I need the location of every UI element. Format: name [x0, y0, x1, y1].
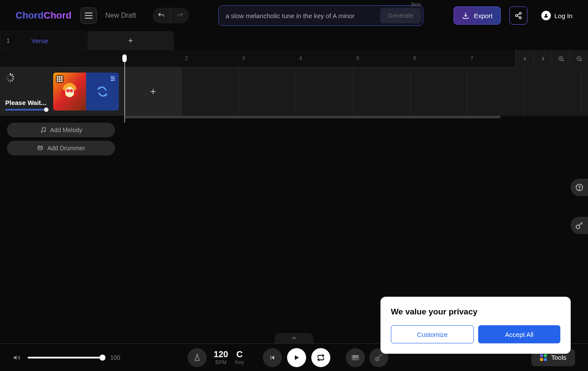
- ruler-controls: [515, 50, 588, 67]
- prev-section-button[interactable]: [515, 50, 534, 67]
- piano-button[interactable]: [346, 348, 365, 367]
- tab-verse[interactable]: 1 Verse: [0, 31, 86, 50]
- skip-back-icon: [269, 355, 275, 361]
- svg-line-22: [7, 79, 8, 79]
- svg-line-4: [518, 16, 520, 17]
- svg-rect-30: [62, 90, 65, 97]
- add-tab-button[interactable]: [87, 31, 174, 50]
- loop-icon: [317, 354, 325, 361]
- svg-point-40: [41, 131, 42, 133]
- play-button[interactable]: [287, 348, 306, 367]
- svg-marker-51: [272, 355, 275, 359]
- track-sidebar: Please Wait...: [0, 67, 125, 116]
- loop-button[interactable]: [311, 348, 330, 367]
- chevron-right-icon: [540, 56, 546, 62]
- redo-icon: [176, 12, 184, 19]
- track-settings-button[interactable]: [109, 75, 116, 84]
- grid-line: [467, 67, 467, 116]
- prompt-box: Generate: [218, 5, 423, 26]
- key-button[interactable]: [571, 217, 588, 234]
- melody-icon: [40, 127, 47, 133]
- track-regenerate-panel[interactable]: [86, 73, 119, 111]
- svg-rect-31: [74, 90, 77, 97]
- add-melody-button[interactable]: Add Melody: [7, 123, 115, 137]
- drum-icon: [37, 145, 44, 152]
- next-section-button[interactable]: [534, 50, 552, 67]
- track-thumbnail[interactable]: [53, 73, 86, 111]
- horizontal-scrollbar[interactable]: [0, 116, 588, 118]
- svg-point-37: [112, 80, 113, 81]
- scrollbar-thumb[interactable]: [125, 116, 501, 118]
- undo-icon: [157, 12, 165, 19]
- loading-section: Please Wait...: [5, 73, 49, 111]
- key-label: Key: [235, 359, 244, 365]
- grid-line: [353, 67, 353, 116]
- share-button[interactable]: [509, 6, 527, 25]
- volume-icon[interactable]: [13, 354, 21, 361]
- logo-part1: Chord: [16, 10, 44, 21]
- user-icon: [541, 11, 551, 20]
- playhead-handle[interactable]: [122, 54, 127, 62]
- svg-point-2: [520, 17, 522, 19]
- volume-handle[interactable]: [99, 355, 105, 361]
- refresh-icon: [96, 86, 109, 98]
- zoom-in-button[interactable]: [552, 50, 570, 67]
- zoom-out-button[interactable]: [570, 50, 588, 67]
- prompt-input[interactable]: [226, 12, 380, 19]
- add-melody-label: Add Melody: [50, 127, 82, 133]
- track-row: Please Wait...: [0, 67, 588, 116]
- svg-point-35: [112, 76, 113, 78]
- playhead[interactable]: [125, 54, 127, 123]
- svg-point-36: [113, 78, 115, 79]
- svg-line-24: [8, 74, 9, 76]
- menu-button[interactable]: [80, 7, 97, 24]
- tab-number: 1: [6, 37, 10, 44]
- ruler-mark: 7: [470, 55, 473, 61]
- svg-line-23: [7, 76, 8, 77]
- volume-slider[interactable]: [28, 357, 103, 358]
- draft-title[interactable]: New Draft: [105, 12, 136, 19]
- help-icon: [575, 183, 584, 192]
- customize-button[interactable]: Customize: [391, 325, 474, 343]
- tools-icon: [540, 354, 547, 361]
- redo-button[interactable]: [171, 8, 189, 23]
- key-display[interactable]: C Key: [235, 349, 244, 365]
- plus-icon: [127, 37, 134, 44]
- login-button[interactable]: Log In: [541, 11, 572, 20]
- add-drummer-button[interactable]: Add Drummer: [7, 141, 115, 155]
- svg-line-50: [197, 356, 198, 357]
- skip-back-button[interactable]: [263, 348, 282, 367]
- sliders-icon: [109, 75, 116, 82]
- svg-point-1: [516, 15, 518, 17]
- timeline-ruler[interactable]: 2 3 4 5 6 7: [0, 50, 588, 67]
- add-drummer-label: Add Drummer: [47, 145, 85, 152]
- svg-point-62: [377, 358, 378, 360]
- undo-button[interactable]: [153, 8, 171, 23]
- search-container: Beta Generate: [218, 5, 423, 26]
- track-thumbnail-group[interactable]: [53, 73, 119, 111]
- ruler-mark: 5: [356, 55, 359, 61]
- privacy-title: We value your privacy: [391, 307, 560, 317]
- accept-all-button[interactable]: Accept All: [478, 325, 560, 343]
- download-icon: [462, 12, 470, 19]
- generate-button[interactable]: Generate: [380, 8, 421, 23]
- svg-point-41: [44, 130, 45, 132]
- ruler-mark: 6: [413, 55, 416, 61]
- chevron-left-icon: [522, 56, 528, 62]
- bpm-display[interactable]: 120 BPM: [214, 349, 228, 365]
- svg-line-13: [580, 60, 582, 61]
- metronome-button[interactable]: [188, 348, 207, 367]
- export-button[interactable]: Export: [454, 6, 501, 25]
- ruler-mark: 4: [299, 55, 302, 61]
- add-clip-button[interactable]: [125, 67, 182, 116]
- svg-point-42: [38, 146, 43, 148]
- zoom-out-icon: [576, 55, 583, 62]
- expand-drawer-button[interactable]: [275, 333, 313, 343]
- hamburger-icon: [85, 13, 93, 19]
- svg-marker-53: [295, 355, 299, 360]
- svg-point-61: [376, 357, 379, 361]
- svg-rect-58: [353, 355, 355, 358]
- help-button[interactable]: [571, 179, 588, 196]
- track-content[interactable]: [125, 67, 588, 116]
- svg-rect-52: [271, 355, 271, 359]
